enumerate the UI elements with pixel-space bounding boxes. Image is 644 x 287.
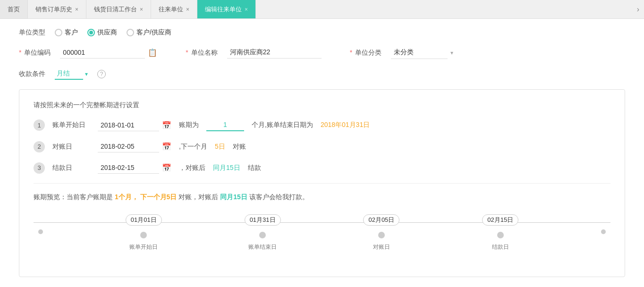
step-3-calendar-icon[interactable]: 📅	[162, 163, 171, 172]
payment-terms-value: 月结	[55, 68, 83, 80]
help-icon[interactable]: ?	[97, 70, 106, 78]
tab-sales-history-close[interactable]: ×	[75, 6, 78, 13]
preview-mid: 对账，对账后	[178, 193, 220, 201]
radio-both-label: 客户/供应商	[136, 28, 171, 37]
step-3-day-highlight: 同月15日	[213, 164, 240, 172]
main-content: 单位类型 客户 供应商 客户/供应商 * 单位编码 📋 *	[0, 19, 644, 287]
timeline-node-1-dot	[140, 232, 147, 238]
step-2-date-group: 📅	[98, 141, 171, 152]
radio-customer[interactable]: 客户	[55, 28, 78, 37]
timeline-node-1: 01月01日 账单开始日	[126, 218, 162, 251]
step-1-num: 1	[34, 119, 45, 131]
preview-payment: 同月15日	[220, 193, 247, 201]
payment-terms-select[interactable]: 月结 ▾	[55, 68, 88, 80]
unit-category-arrow: ▾	[450, 50, 453, 56]
timeline-node-3: 02月05日 对账日	[363, 218, 399, 251]
step-2-info-after: 对账	[233, 143, 246, 151]
unit-type-label: 单位类型	[19, 28, 45, 37]
tab-sales-history-label: 销售订单历史	[35, 5, 72, 14]
step-1-info-before: 账期为	[179, 121, 199, 129]
timeline-node-3-label: 对账日	[373, 243, 390, 251]
step-1-date-group: 📅	[98, 119, 171, 131]
preview-reconcile: 下一个月5日	[140, 193, 177, 201]
tab-contacts[interactable]: 往来单位 ×	[151, 0, 197, 18]
unit-category-value: 未分类	[391, 46, 448, 59]
tab-contacts-close[interactable]: ×	[186, 6, 189, 13]
preview-label: 账期预览：当前客户账期是	[34, 193, 113, 201]
unit-code-label: * 单位编码	[19, 49, 51, 57]
step-2-info-before: ,下一个月	[179, 143, 207, 151]
radio-customer-circle	[55, 29, 62, 36]
step-2-num: 2	[34, 141, 45, 152]
step-3-label: 结款日	[52, 164, 90, 172]
tab-cashier[interactable]: 钱货日清工作台 ×	[86, 0, 151, 18]
step-1-row: 1 账单开始日 📅 账期为 个月,账单结束日期为 2018年01月31日	[34, 119, 610, 131]
timeline-nodes: 01月01日 账单开始日 01月31日 账单结束日 02月05日 对账日	[34, 218, 610, 251]
unit-name-input[interactable]	[227, 47, 322, 59]
tab-cashier-close[interactable]: ×	[140, 6, 143, 13]
step-3-row: 3 结款日 📅 ，对账后 同月15日 结款	[34, 162, 610, 174]
tab-home[interactable]: 首页	[0, 0, 28, 18]
tab-home-label: 首页	[8, 5, 20, 14]
timeline-node-3-dot	[378, 232, 385, 238]
tab-sales-history[interactable]: 销售订单历史 ×	[28, 0, 86, 18]
timeline-final-dot-wrapper	[601, 224, 606, 234]
step-3-info-before: ，对账后	[179, 164, 205, 172]
step-3-num: 3	[34, 162, 45, 174]
payment-terms-row: 收款条件 月结 ▾ ?	[19, 68, 625, 80]
timeline: 01月01日 账单开始日 01月31日 账单结束日 02月05日 对账日	[34, 213, 610, 265]
timeline-node-4-date: 02月15日	[482, 214, 518, 226]
step-1-date-input[interactable]	[98, 119, 159, 131]
step-1-calendar-icon[interactable]: 📅	[162, 121, 171, 130]
tab-edit-contacts-close[interactable]: ×	[245, 6, 248, 13]
timeline-start-end-dot	[38, 224, 43, 234]
radio-customer-label: 客户	[65, 28, 78, 37]
radio-supplier[interactable]: 供应商	[87, 28, 117, 37]
radio-both[interactable]: 客户/供应商	[127, 28, 171, 37]
timeline-node-1-date: 01月01日	[126, 214, 162, 226]
timeline-node-2-dot	[259, 232, 266, 238]
timeline-end-dot	[601, 229, 606, 234]
payment-terms-arrow: ▾	[85, 71, 88, 77]
tab-contacts-label: 往来单位	[159, 5, 183, 14]
preview-end: 该客户会给我打款。	[249, 193, 309, 201]
unit-category-label: * 单位分类	[350, 49, 381, 57]
timeline-node-2-date: 01月31日	[245, 214, 281, 226]
timeline-node-1-label: 账单开始日	[129, 243, 158, 251]
unit-name-label: * 单位名称	[186, 49, 217, 57]
unit-code-input[interactable]	[60, 47, 145, 59]
step-1-period-input[interactable]	[206, 119, 244, 131]
tabs-bar: 首页 销售订单历史 × 钱货日清工作台 × 往来单位 × 编辑往来单位 × ›	[0, 0, 644, 19]
step-3-info-after: 结款	[248, 164, 261, 172]
payment-terms-label: 收款条件	[19, 70, 45, 78]
timeline-node-4-dot	[497, 232, 504, 238]
unit-info-row: * 单位编码 📋 * 单位名称 * 单位分类 未分类 ▾	[19, 46, 625, 59]
step-2-label: 对账日	[52, 143, 90, 151]
step-1-info-after: 个月,账单结束日期为	[252, 121, 313, 129]
step-3-date-group: 📅	[98, 162, 171, 174]
timeline-node-3-date: 02月05日	[363, 214, 399, 226]
unit-code-icon[interactable]: 📋	[148, 48, 157, 57]
step-3-date-input[interactable]	[98, 162, 159, 174]
preview-text: 账期预览：当前客户账期是 1个月， 下一个月5日 对账，对账后 同月15日 该客…	[34, 193, 610, 202]
timeline-node-4: 02月15日 结款日	[482, 218, 518, 251]
step-2-day-highlight: 5日	[215, 143, 225, 151]
tab-cashier-label: 钱货日清工作台	[94, 5, 137, 14]
step-2-date-input[interactable]	[98, 141, 159, 152]
tab-more-button[interactable]: ›	[632, 0, 644, 18]
radio-supplier-circle	[87, 29, 95, 36]
preview-period: 1个月，	[115, 193, 138, 201]
card-hint: 请按照未来的一个完整帐期进行设置	[34, 101, 610, 110]
tab-edit-contacts[interactable]: 编辑往来单位 ×	[197, 0, 256, 18]
step-1-label: 账单开始日	[52, 121, 90, 129]
step-2-row: 2 对账日 📅 ,下一个月 5日 对账	[34, 141, 610, 152]
tab-edit-contacts-label: 编辑往来单位	[205, 5, 242, 14]
timeline-node-4-label: 结款日	[492, 243, 509, 251]
unit-type-row: 单位类型 客户 供应商 客户/供应商	[19, 28, 625, 37]
step-2-calendar-icon[interactable]: 📅	[162, 142, 171, 151]
timeline-node-2-label: 账单结束日	[248, 243, 277, 251]
radio-both-circle	[127, 29, 134, 36]
timeline-node-2: 01月31日 账单结束日	[245, 218, 281, 251]
unit-category-select[interactable]: 未分类 ▾	[391, 46, 453, 59]
radio-supplier-label: 供应商	[97, 28, 117, 37]
